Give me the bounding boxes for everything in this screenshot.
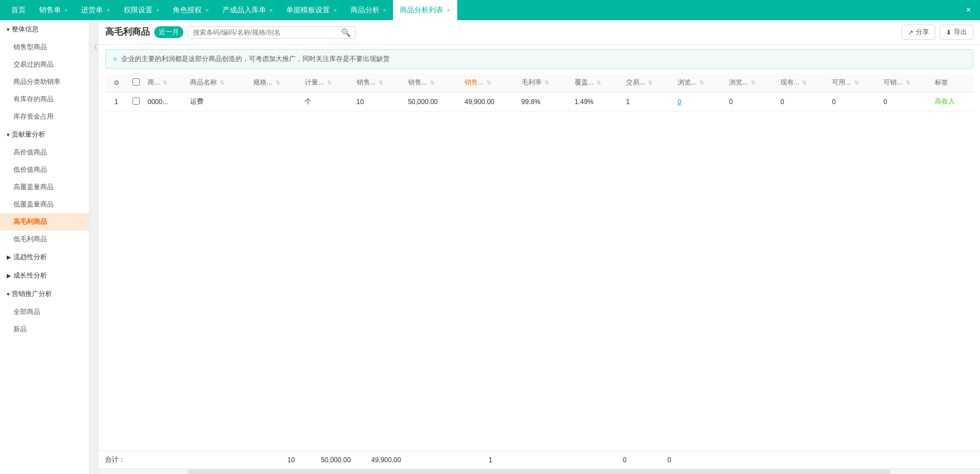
close-analysis-tab[interactable]: × xyxy=(383,7,386,13)
scroll-track[interactable] xyxy=(188,470,891,474)
nav-tab-permission[interactable]: 权限设置 × xyxy=(117,0,166,20)
total-profit: 49,900.00 xyxy=(368,456,418,464)
sidebar-item-stock-capital[interactable]: 库存资金占用 xyxy=(0,108,89,125)
total-spacer6 xyxy=(575,456,619,464)
sidebar-section-contribution[interactable]: ▾ 贡献量分析 xyxy=(0,125,89,144)
th-sales-amount[interactable]: 销售... ⇅ xyxy=(405,73,461,92)
close-product-tab[interactable]: × xyxy=(269,7,273,13)
close-sales-tab[interactable]: × xyxy=(64,7,68,13)
search-box: 🔍 xyxy=(188,26,356,39)
nav-tab-sales[interactable]: 销售单 × xyxy=(32,0,74,20)
th-gross-margin[interactable]: 毛利率 ⇅ xyxy=(518,73,571,92)
sidebar-item-new-goods[interactable]: 新品 xyxy=(0,321,89,338)
close-purchase-tab[interactable]: × xyxy=(106,7,110,13)
export-button[interactable]: ⬇ 导出 xyxy=(940,25,973,40)
search-input[interactable] xyxy=(193,29,341,36)
nav-tab-analysis-list[interactable]: 商品分析列表 × xyxy=(393,0,457,20)
info-banner: ✧ 企业的主要的利润都是这部分商品创造的，可考虑加大推广，同时关注库存是不要出现… xyxy=(105,49,973,69)
sort-saleable-icon: ⇅ xyxy=(906,79,910,86)
search-icon[interactable]: 🔍 xyxy=(341,28,351,37)
th-name[interactable]: 商品名称 ⇅ xyxy=(187,73,250,92)
total-amount: 50,000.00 xyxy=(318,456,368,464)
close-analysis-list-tab[interactable]: × xyxy=(447,7,450,13)
sort-avail-icon: ⇅ xyxy=(854,79,859,86)
sort-name-icon: ⇅ xyxy=(220,79,224,86)
sort-profit-icon: ⇅ xyxy=(486,79,491,86)
th-coverage[interactable]: 覆盖... ⇅ xyxy=(571,73,623,92)
sidebar-item-low-margin[interactable]: 低毛利商品 xyxy=(0,231,89,248)
close-template-tab[interactable]: × xyxy=(333,7,337,13)
sidebar-section-overall[interactable]: ▾ 整体信息 xyxy=(0,20,89,39)
table-header-row: ⚙ 商... ⇅ 商品名称 ⇅ xyxy=(105,73,973,92)
sidebar-item-sales-goods[interactable]: 销售型商品 xyxy=(0,39,89,56)
th-available[interactable]: 可用... ⇅ xyxy=(828,73,880,92)
nav-tab-home[interactable]: 首页 xyxy=(4,0,32,20)
sidebar-collapse-button[interactable]: 《 xyxy=(89,20,98,474)
row-checkbox[interactable] xyxy=(132,97,140,105)
th-tag[interactable]: 标签 xyxy=(931,73,973,92)
total-cells: 10 50,000.00 49,900.00 1 0 0 xyxy=(139,456,973,464)
horizontal-scrollbar[interactable] xyxy=(98,468,980,474)
section-growth-arrow: ▶ xyxy=(7,273,11,279)
th-settings[interactable]: ⚙ xyxy=(105,73,127,92)
total-stock: 0 xyxy=(619,456,664,464)
table-container: ⚙ 商... ⇅ 商品名称 ⇅ xyxy=(98,73,980,450)
cell-check[interactable] xyxy=(127,92,144,111)
sidebar-item-all-goods[interactable]: 全部商品 xyxy=(0,303,89,321)
close-all-tabs[interactable]: × xyxy=(962,5,976,15)
share-button[interactable]: ↗ 分享 xyxy=(902,25,935,40)
section-trend-arrow: ▶ xyxy=(7,254,11,260)
sidebar-item-high-margin[interactable]: 高毛利商品 xyxy=(0,213,89,231)
table-row: 1 0000... 运费 个 10 50,000.00 49,900.00 99 xyxy=(105,92,973,111)
sidebar-item-in-stock[interactable]: 有库存的商品 xyxy=(0,91,89,108)
total-spacer xyxy=(139,456,239,464)
nav-tab-role[interactable]: 角色授权 × xyxy=(166,0,215,20)
nav-tab-template[interactable]: 单据模板设置 × xyxy=(280,0,343,20)
sort-spec-icon: ⇅ xyxy=(276,79,280,86)
sort-amount-icon: ⇅ xyxy=(430,79,434,86)
content-header: 高毛利商品 近一月 🔍 ↗ 分享 ⬇ 导出 xyxy=(98,20,980,45)
period-button[interactable]: 近一月 xyxy=(154,26,183,38)
th-saleable[interactable]: 可销... ⇅ xyxy=(880,73,931,92)
sidebar-item-high-coverage[interactable]: 高覆盖量商品 xyxy=(0,179,89,196)
th-current-stock[interactable]: 现有... ⇅ xyxy=(777,73,828,92)
sidebar-item-traded-goods[interactable]: 交易过的商品 xyxy=(0,56,89,73)
sidebar-section-marketing[interactable]: ▾ 营销推广分析 xyxy=(0,285,89,303)
nav-tab-product[interactable]: 产成品入库单 × xyxy=(216,0,280,20)
cell-gross-margin: 99.8% xyxy=(518,92,571,111)
th-unit[interactable]: 计量... ⇅ xyxy=(301,73,353,92)
sidebar-section-marketing-items: 全部商品 新品 xyxy=(0,303,89,338)
sidebar-section-overall-items: 销售型商品 交易过的商品 商品分类助销率 有库存的商品 库存资金占用 xyxy=(0,39,89,125)
th-spec[interactable]: 规格... ⇅ xyxy=(250,73,301,92)
th-view1[interactable]: 浏览... ⇅ xyxy=(674,73,726,92)
sidebar-section-growth[interactable]: ▶ 成长性分析 xyxy=(0,266,89,285)
close-role-tab[interactable]: × xyxy=(205,7,209,13)
sidebar-section-trend[interactable]: ▶ 流趋性分析 xyxy=(0,248,89,266)
top-nav: 首页 销售单 × 进货单 × 权限设置 × 角色授权 × 产成品入库单 × 单据… xyxy=(0,0,980,20)
sort-trade-icon: ⇅ xyxy=(648,79,652,86)
nav-tab-analysis[interactable]: 商品分析 × xyxy=(344,0,393,20)
total-label: 合计： xyxy=(105,455,139,464)
sort-view1-icon: ⇅ xyxy=(699,79,704,86)
action-buttons: ↗ 分享 ⬇ 导出 xyxy=(902,25,973,40)
sidebar-item-category-rate[interactable]: 商品分类助销率 xyxy=(0,73,89,91)
cell-view1[interactable]: 0 xyxy=(674,92,726,111)
nav-tab-purchase[interactable]: 进货单 × xyxy=(74,0,116,20)
th-view2[interactable]: 浏览... ⇅ xyxy=(726,73,777,92)
close-permission-tab[interactable]: × xyxy=(156,7,159,13)
cell-spec xyxy=(250,92,301,111)
th-sales-qty[interactable]: 销售... ⇅ xyxy=(353,73,405,92)
sidebar-item-low-coverage[interactable]: 低覆盖量商品 xyxy=(0,196,89,213)
cell-coverage: 1.49% xyxy=(571,92,623,111)
total-spacer4 xyxy=(452,456,485,464)
th-sales-profit[interactable]: 销售... ⇅ xyxy=(461,73,518,92)
total-spacer3 xyxy=(418,456,452,464)
th-code[interactable]: 商... ⇅ xyxy=(144,73,187,92)
sidebar-item-high-value[interactable]: 高价值商品 xyxy=(0,144,89,161)
sort-qty-icon: ⇅ xyxy=(378,79,383,86)
collapse-icon: 《 xyxy=(91,43,97,52)
select-all-checkbox[interactable] xyxy=(132,78,140,86)
footer-bar: 合计： 10 50,000.00 49,900.00 1 0 0 xyxy=(98,450,980,468)
sidebar-item-low-value[interactable]: 低价值商品 xyxy=(0,161,89,179)
th-trade[interactable]: 交易... ⇅ xyxy=(623,73,674,92)
